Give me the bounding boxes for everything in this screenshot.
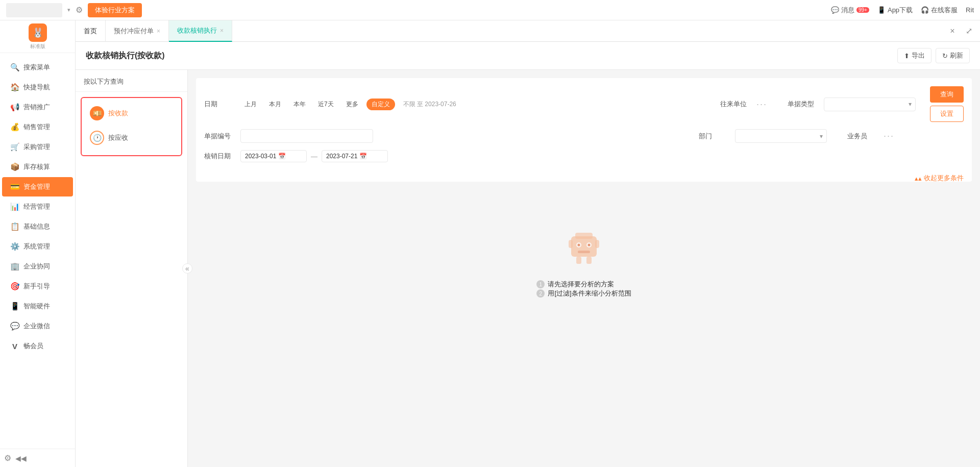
industry-solution-button[interactable]: 体验行业方案 xyxy=(88,3,142,17)
sidebar-label-smart-hw: 智能硬件 xyxy=(23,302,50,311)
bottom-collapse-icon[interactable]: ◀◀ xyxy=(15,454,27,462)
query-options-box: 💴 按收款 🕐 按应收 xyxy=(81,97,182,156)
bottom-gear-icon[interactable]: ⚙ xyxy=(4,453,11,463)
tab-collection[interactable]: 收款核销执行 × xyxy=(169,20,232,42)
sidebar-label-marketing: 营销推广 xyxy=(23,103,50,112)
calendar-start-icon: 📅 xyxy=(278,153,286,160)
sidebar-item-quick-nav[interactable]: 🏠 快捷导航 xyxy=(2,78,73,97)
tab-close-all-icon[interactable]: × xyxy=(945,24,960,38)
left-panel: 按以下方查询 « 💴 按收款 🕐 按应收 xyxy=(76,70,188,467)
filter-row-3: 核销日期 2023-03-01 📅 — 2023-07-21 📅 xyxy=(204,150,964,162)
date-btn-last-month[interactable]: 上月 xyxy=(240,99,261,110)
empty-state: 1 请先选择要分析的方案 2 用[过滤]条件来缩小分析范围 xyxy=(196,188,972,329)
sidebar-item-smart-hw[interactable]: 📱 智能硬件 xyxy=(2,297,73,316)
export-button[interactable]: ⬆ 导出 xyxy=(897,48,932,63)
left-panel-header: 按以下方查询 xyxy=(76,70,187,92)
write-off-date-group: 2023-03-01 📅 — 2023-07-21 📅 xyxy=(240,150,388,162)
sidebar-label-wechat: 企业微信 xyxy=(23,322,50,331)
refresh-icon: ↻ xyxy=(942,52,948,60)
collapse-up-icon: ▴▴ xyxy=(915,175,922,182)
partner-dots-icon[interactable]: ··· xyxy=(756,99,767,110)
tab-expand-icon[interactable]: ⤢ xyxy=(962,24,976,38)
sidebar-item-purchase[interactable]: 🛒 采购管理 xyxy=(2,137,73,157)
tab-home-label: 首页 xyxy=(84,27,97,36)
query-option-receipt-label: 按收款 xyxy=(108,109,128,118)
sidebar-item-basic-info[interactable]: 📋 基础信息 xyxy=(2,217,73,236)
app-download-button[interactable]: 📱 App下载 xyxy=(877,6,913,15)
sidebar-item-member[interactable]: V 畅会员 xyxy=(2,336,73,356)
tab-home[interactable]: 首页 xyxy=(76,20,106,42)
query-actions: 查询 设置 xyxy=(924,86,964,122)
sidebar-label-enterprise: 企业协同 xyxy=(23,262,50,271)
refresh-button[interactable]: ↻ 刷新 xyxy=(936,48,970,63)
tab-prepay-close-icon[interactable]: × xyxy=(157,28,160,35)
home-icon: 🏠 xyxy=(10,83,19,92)
dept-label: 部门 xyxy=(699,132,727,141)
doc-type-select[interactable] xyxy=(824,97,916,111)
brand-icon: 🐰 xyxy=(29,23,47,42)
right-content: 日期 上月 本月 本年 近7天 更多 自定义 不限 至 2023-07-26 往… xyxy=(188,70,980,467)
sidebar-label-sales: 销售管理 xyxy=(23,122,50,132)
doc-no-input[interactable] xyxy=(240,129,373,143)
write-off-start-input[interactable]: 2023-03-01 📅 xyxy=(240,150,307,162)
date-btn-7days[interactable]: 近7天 xyxy=(314,99,338,110)
sidebar-item-marketing[interactable]: 📢 营销推广 xyxy=(2,97,73,117)
empty-tip-2-text: 用[过滤]条件来缩小分析范围 xyxy=(548,289,631,298)
messages-button[interactable]: 💬 消息 99+ xyxy=(831,6,869,15)
tab-collection-label: 收款核销执行 xyxy=(177,26,217,35)
sidebar-item-enterprise[interactable]: 🏢 企业协同 xyxy=(2,257,73,276)
query-button[interactable]: 查询 xyxy=(930,86,964,103)
empty-tip-1: 1 请先选择要分析的方案 xyxy=(536,280,631,289)
tip-num-2: 2 xyxy=(536,289,545,298)
svg-rect-9 xyxy=(576,257,581,264)
online-service-button[interactable]: 🎧 在线客服 xyxy=(921,6,958,15)
basic-info-icon: 📋 xyxy=(10,222,19,231)
filter-row-2: 单据编号 部门 业务员 ··· xyxy=(204,129,964,143)
tab-bar: 首页 预付冲应付单 × 收款核销执行 × × ⤢ xyxy=(76,20,980,42)
date-btn-this-year[interactable]: 本年 xyxy=(289,99,310,110)
calendar-end-icon: 📅 xyxy=(359,153,367,160)
main-layout: 🐰 标准版 🔍 搜索菜单 🏠 快捷导航 📢 营销推广 💰 销售管理 🛒 xyxy=(0,20,980,467)
sidebar-item-search[interactable]: 🔍 搜索菜单 xyxy=(2,58,73,77)
settings-icon[interactable]: ⚙ xyxy=(76,5,83,15)
query-option-by-receivable[interactable]: 🕐 按应收 xyxy=(84,127,179,149)
query-option-by-receipt[interactable]: 💴 按收款 xyxy=(84,102,179,125)
tip-num-1: 1 xyxy=(536,280,545,288)
receipt-icon: 💴 xyxy=(90,106,104,120)
empty-tips: 1 请先选择要分析的方案 2 用[过滤]条件来缩小分析范围 xyxy=(536,280,631,298)
sidebar-item-newbie[interactable]: 🎯 新手引导 xyxy=(2,277,73,296)
collapse-label: 收起更多条件 xyxy=(924,174,964,183)
tab-collection-close-icon[interactable]: × xyxy=(220,27,224,34)
service-icon: 🎧 xyxy=(921,6,929,14)
settings-button[interactable]: 设置 xyxy=(930,106,964,122)
content-area: 首页 预付冲应付单 × 收款核销执行 × × ⤢ 收款核销执行(按收款) ⬆ xyxy=(76,20,980,467)
sidebar-item-finance[interactable]: 💳 资金管理 xyxy=(2,177,73,196)
sidebar-label-system: 系统管理 xyxy=(23,242,50,251)
sidebar-item-system[interactable]: ⚙️ 系统管理 xyxy=(2,237,73,256)
collapse-button[interactable]: ▴▴ 收起更多条件 xyxy=(915,174,964,183)
export-label: 导出 xyxy=(912,51,925,60)
user-avatar[interactable]: Rit xyxy=(966,5,974,15)
date-btn-more[interactable]: 更多 xyxy=(342,99,362,110)
date-btn-this-month[interactable]: 本月 xyxy=(265,99,285,110)
left-panel-collapse-icon[interactable]: « xyxy=(182,263,192,274)
date-range-separator: — xyxy=(311,153,317,160)
sidebar-item-sales[interactable]: 💰 销售管理 xyxy=(2,117,73,137)
topbar-logo xyxy=(6,3,62,17)
dept-select[interactable] xyxy=(735,129,827,143)
staff-dots-icon[interactable]: ··· xyxy=(884,131,894,141)
message-badge: 99+ xyxy=(856,7,869,13)
sidebar-item-wechat[interactable]: 💬 企业微信 xyxy=(2,316,73,336)
write-off-end-input[interactable]: 2023-07-21 📅 xyxy=(322,150,388,162)
date-btn-custom[interactable]: 自定义 xyxy=(366,99,395,110)
dropdown-arrow-icon[interactable]: ▾ xyxy=(67,7,70,13)
sales-icon: 💰 xyxy=(10,122,19,132)
inventory-icon: 📦 xyxy=(10,162,19,171)
write-off-end-value: 2023-07-21 xyxy=(326,153,357,160)
svg-rect-1 xyxy=(575,233,593,239)
sidebar-item-business[interactable]: 📊 经营管理 xyxy=(2,197,73,216)
brand-label: 标准版 xyxy=(30,43,45,50)
filter-row-1: 日期 上月 本月 本年 近7天 更多 自定义 不限 至 2023-07-26 往… xyxy=(204,86,964,122)
tab-prepay[interactable]: 预付冲应付单 × xyxy=(106,20,169,42)
sidebar-item-inventory[interactable]: 📦 库存核算 xyxy=(2,157,73,177)
